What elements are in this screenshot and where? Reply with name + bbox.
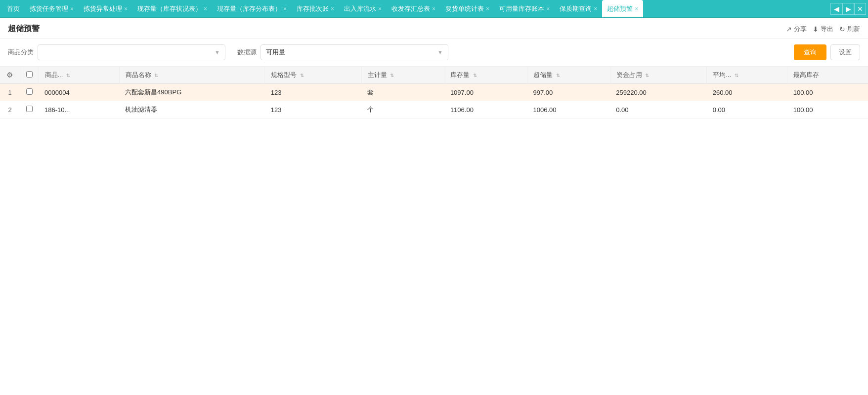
data-table: ⚙ 商品... ⇅ 商品名称 ⇅ 规格型号 ⇅ (0, 67, 868, 118)
nav-item-home[interactable]: 首页 (2, 0, 25, 18)
export-button[interactable]: ⬇ 导出 (813, 25, 833, 34)
cell-max-stock-0: 100.00 (787, 84, 868, 101)
nav-item-pick-task[interactable]: 拣货任务管理 × (25, 0, 79, 18)
data-source-value: 可用量 (266, 48, 285, 57)
column-settings-icon[interactable]: ⚙ (6, 71, 13, 79)
data-source-label: 数据源 (237, 48, 257, 57)
nav-item-stock-status[interactable]: 现存量（库存状况表） × (132, 0, 212, 18)
row-select-0[interactable] (26, 88, 33, 95)
nav-prev-button[interactable]: ◀ (830, 3, 842, 15)
nav-close-available[interactable]: × (546, 5, 550, 12)
nav-close-overstock[interactable]: × (635, 5, 638, 12)
th-unit[interactable]: 主计量 ⇅ (361, 67, 444, 84)
data-source-filter: 数据源 可用量 ▼ (237, 44, 448, 60)
nav-close-summary[interactable]: × (432, 5, 435, 12)
nav-close-all-button[interactable]: ✕ (854, 3, 866, 15)
product-category-chevron-icon: ▼ (215, 49, 220, 55)
cell-overstock-1: 1006.00 (527, 101, 610, 118)
nav-arrows: ◀ ▶ ✕ (830, 3, 866, 15)
data-source-chevron-icon: ▼ (437, 49, 443, 55)
th-max-stock[interactable]: 最高库存 (787, 67, 868, 84)
sort-overstock-icon: ⇅ (556, 73, 560, 78)
cell-capital-0: 259220.00 (610, 84, 706, 101)
th-stock[interactable]: 库存量 ⇅ (444, 67, 527, 84)
export-icon: ⬇ (813, 25, 819, 33)
page-title: 超储预警 (8, 24, 40, 34)
cell-spec-1: 123 (265, 101, 361, 118)
share-icon: ↗ (786, 25, 792, 33)
th-overstock[interactable]: 超储量 ⇅ (527, 67, 610, 84)
top-nav: 首页 拣货任务管理 × 拣货异常处理 × 现存量（库存状况表） × 现存量（库存… (0, 0, 868, 18)
cell-product-code-1: 186-10... (39, 101, 119, 118)
cell-avg-0: 260.00 (707, 84, 787, 101)
nav-item-available[interactable]: 可用量库存账本 × (494, 0, 555, 18)
cell-product-name-0: 六配套新昌490BPG (119, 84, 265, 101)
table-container: ⚙ 商品... ⇅ 商品名称 ⇅ 规格型号 ⇅ (0, 67, 868, 118)
nav-close-expiry[interactable]: × (594, 5, 597, 12)
sort-product-name-icon: ⇅ (154, 73, 158, 78)
cell-overstock-0: 997.00 (527, 84, 610, 101)
table-header-row: ⚙ 商品... ⇅ 商品名称 ⇅ 规格型号 ⇅ (0, 67, 868, 84)
nav-close-pick-exception[interactable]: × (124, 5, 128, 12)
nav-next-button[interactable]: ▶ (842, 3, 854, 15)
row-select-1[interactable] (26, 106, 33, 112)
nav-close-stock-status[interactable]: × (204, 5, 207, 12)
table-row: 1 0000004 六配套新昌490BPG 123 套 1097.00 997.… (0, 84, 868, 101)
nav-item-summary[interactable]: 收发存汇总表 × (387, 0, 440, 18)
row-checkbox-0[interactable] (20, 84, 39, 101)
sort-avg-icon: ⇅ (735, 73, 738, 78)
nav-close-order-stat[interactable]: × (486, 5, 489, 12)
table-row: 2 186-10... 机油滤清器 123 个 1106.00 1006.00 … (0, 101, 868, 118)
query-button[interactable]: 查询 (794, 44, 826, 60)
cell-product-name-1: 机油滤清器 (119, 101, 265, 118)
sort-stock-icon: ⇅ (473, 73, 477, 78)
page-container: 超储预警 ↗ 分享 ⬇ 导出 ↻ 刷新 商品分类 ▼ 数据源 (0, 18, 868, 395)
sort-unit-icon: ⇅ (390, 73, 394, 78)
cell-unit-0: 套 (361, 84, 444, 101)
filter-bar: 商品分类 ▼ 数据源 可用量 ▼ 查询 设置 (0, 39, 868, 67)
filter-actions: 查询 设置 (794, 44, 860, 60)
row-num-0: 1 (0, 84, 20, 101)
cell-product-code-0: 0000004 (39, 84, 119, 101)
sort-capital-icon: ⇅ (645, 73, 649, 78)
page-header: 超储预警 ↗ 分享 ⬇ 导出 ↻ 刷新 (0, 18, 868, 39)
th-avg[interactable]: 平均... ⇅ (707, 67, 787, 84)
share-button[interactable]: ↗ 分享 (786, 25, 807, 34)
nav-close-stock-dist[interactable]: × (283, 5, 287, 12)
nav-item-pick-exception[interactable]: 拣货异常处理 × (79, 0, 132, 18)
data-source-select[interactable]: 可用量 ▼ (260, 44, 448, 60)
select-all-checkbox[interactable] (26, 71, 33, 78)
refresh-icon: ↻ (839, 25, 845, 33)
nav-close-inout[interactable]: × (378, 5, 382, 12)
nav-item-batch[interactable]: 库存批次账 × (292, 0, 339, 18)
th-capital[interactable]: 资金占用 ⇅ (610, 67, 706, 84)
nav-item-overstock[interactable]: 超储预警 × (602, 0, 643, 18)
cell-max-stock-1: 100.00 (787, 101, 868, 118)
cell-stock-1: 1106.00 (444, 101, 527, 118)
cell-capital-1: 0.00 (610, 101, 706, 118)
product-category-select[interactable]: ▼ (38, 44, 225, 60)
cell-unit-1: 个 (361, 101, 444, 118)
product-category-filter: 商品分类 ▼ (8, 44, 225, 60)
nav-item-order-stat[interactable]: 要货单统计表 × (440, 0, 494, 18)
th-settings: ⚙ (0, 67, 20, 84)
th-product-code[interactable]: 商品... ⇅ (39, 67, 119, 84)
th-product-name[interactable]: 商品名称 ⇅ (119, 67, 265, 84)
product-category-label: 商品分类 (8, 48, 34, 57)
nav-close-batch[interactable]: × (331, 5, 334, 12)
cell-stock-0: 1097.00 (444, 84, 527, 101)
nav-item-expiry[interactable]: 保质期查询 × (555, 0, 602, 18)
row-checkbox-1[interactable] (20, 101, 39, 118)
nav-item-stock-dist[interactable]: 现存量（库存分布表） × (212, 0, 292, 18)
cell-avg-1: 0.00 (707, 101, 787, 118)
row-num-1: 2 (0, 101, 20, 118)
settings-button[interactable]: 设置 (830, 44, 860, 60)
nav-close-pick-task[interactable]: × (70, 5, 74, 12)
cell-spec-0: 123 (265, 84, 361, 101)
header-actions: ↗ 分享 ⬇ 导出 ↻ 刷新 (786, 25, 860, 34)
nav-item-inout[interactable]: 出入库流水 × (339, 0, 387, 18)
sort-product-code-icon: ⇅ (66, 73, 70, 78)
th-spec[interactable]: 规格型号 ⇅ (265, 67, 361, 84)
refresh-button[interactable]: ↻ 刷新 (839, 25, 860, 34)
th-checkbox (20, 67, 39, 84)
